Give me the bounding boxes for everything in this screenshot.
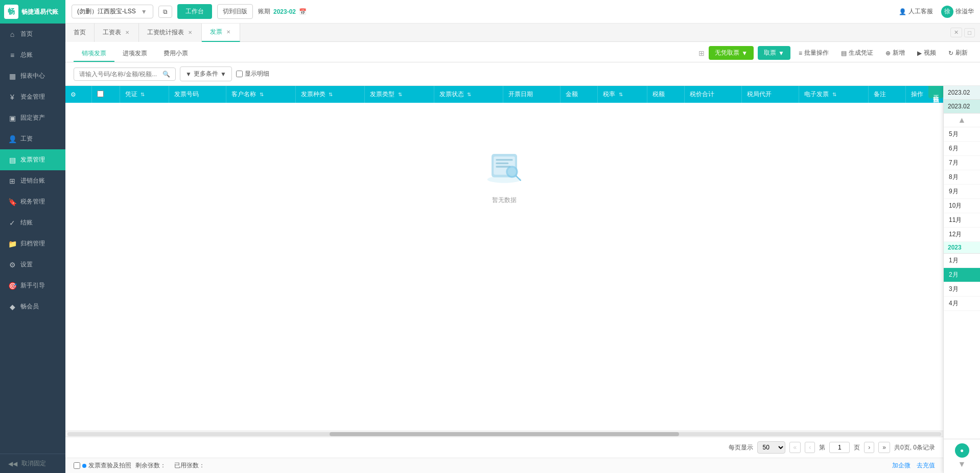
date-month-9[interactable]: 9月	[944, 185, 980, 199]
date-panel-year-2023: 2023	[944, 242, 980, 254]
next-page-btn[interactable]: ›	[864, 442, 874, 453]
home-icon: ⌂	[8, 30, 16, 38]
add-account-link[interactable]: 加企微	[892, 461, 911, 470]
video-btn[interactable]: ▶ 视频	[913, 46, 940, 60]
workbench-button[interactable]: 工作台	[177, 4, 212, 19]
col-settings[interactable]: ⚙	[65, 86, 91, 103]
col-invoice-status[interactable]: 发票状态 ⇅	[434, 86, 503, 103]
verify-checkbox-input[interactable]	[74, 462, 80, 469]
sidebar-item-fixed-assets[interactable]: ▣ 固定资产	[0, 107, 65, 128]
first-page-btn[interactable]: «	[789, 442, 801, 453]
sidebar-item-invoice-mgmt[interactable]: ▤ 发票管理	[0, 149, 65, 170]
tab-invoice-close[interactable]: ✕	[225, 29, 231, 35]
copy-button[interactable]: ⧉	[158, 6, 172, 18]
col-amount: 金额	[561, 86, 598, 103]
scroll-track[interactable]	[67, 432, 941, 436]
date-2023-month-2[interactable]: 2月	[944, 268, 980, 282]
date-month-7[interactable]: 7月	[944, 156, 980, 170]
switch-version-button[interactable]: 切到旧版	[217, 4, 253, 19]
sales-icon: ⊞	[8, 177, 16, 185]
date-month-8[interactable]: 8月	[944, 170, 980, 185]
sidebar-item-tax-mgmt[interactable]: 🔖 税务管理	[0, 191, 65, 212]
tabs-close-btn[interactable]: ✕	[950, 28, 962, 37]
col-voucher[interactable]: 凭证 ⇅	[120, 86, 169, 103]
new-btn[interactable]: ⊕ 新增	[881, 46, 909, 60]
filter-icon: ▼	[185, 71, 192, 78]
period-value: 2023-02	[273, 8, 296, 15]
recharge-link[interactable]: 去充值	[917, 461, 935, 470]
sidebar-item-funds[interactable]: ¥ 资金管理	[0, 86, 65, 107]
unpin-btn[interactable]: ◀◀ 取消固定	[0, 454, 65, 473]
sidebar-item-settings[interactable]: ⚙ 设置	[0, 254, 65, 275]
gen-voucher-btn[interactable]: ▤ 生成凭证	[837, 46, 877, 60]
sidebar-item-reports[interactable]: ▦ 报表中心	[0, 65, 65, 86]
col-invoice-type[interactable]: 发票种类 ⇅	[295, 86, 364, 103]
no-voucher-btn[interactable]: 无凭取票 ▼	[709, 46, 754, 60]
close-period-icon: ✓	[8, 219, 16, 227]
open-period-btn[interactable]: 开账日期	[928, 86, 943, 98]
tab-payroll-table[interactable]: 工资表 ✕	[95, 24, 139, 42]
scroll-thumb[interactable]	[330, 432, 679, 436]
prev-page-btn[interactable]: ‹	[805, 442, 815, 453]
date-2023-month-4[interactable]: 4月	[944, 297, 980, 311]
tab-payroll-stats-close[interactable]: ✕	[187, 30, 193, 36]
refresh-btn[interactable]: ↻ 刷新	[944, 46, 972, 60]
search-input[interactable]	[79, 71, 159, 78]
col-invoice-category[interactable]: 发票类型 ⇅	[365, 86, 434, 103]
scroll-bar-area[interactable]	[65, 431, 943, 437]
date-month-11[interactable]: 11月	[944, 213, 980, 228]
date-month-5[interactable]: 5月	[944, 127, 980, 142]
sidebar-item-payroll[interactable]: 👤 工资	[0, 128, 65, 149]
sidebar-item-newbie[interactable]: 🎯 新手引导	[0, 275, 65, 296]
sub-tab-sales-invoice[interactable]: 销项发票	[74, 46, 114, 62]
customer-service-btn[interactable]: 👤 人工客服	[899, 7, 933, 16]
tab-home[interactable]: 首页	[65, 24, 95, 42]
sidebar-item-close[interactable]: ✓ 结账	[0, 212, 65, 233]
date-2023-month-3[interactable]: 3月	[944, 282, 980, 297]
reports-icon: ▦	[8, 72, 16, 80]
service-label: 人工客服	[908, 7, 933, 16]
col-tax-rate[interactable]: 税率 ⇅	[598, 86, 647, 103]
tabs-bar-right: ✕ □	[945, 28, 980, 37]
sub-tab-sales-label: 销项发票	[82, 50, 106, 57]
date-month-12[interactable]: 12月	[944, 228, 980, 242]
detail-checkbox-input[interactable]	[236, 71, 243, 77]
sidebar-item-sales-purchase[interactable]: ⊞ 进销台账	[0, 170, 65, 191]
sidebar-item-archive[interactable]: 📁 归档管理	[0, 233, 65, 254]
page-input[interactable]	[829, 442, 850, 453]
user-profile-btn[interactable]: 徐 徐溢华	[941, 6, 974, 18]
archive-icon: 📁	[8, 240, 16, 248]
batch-op-btn[interactable]: ≡ 批量操作	[795, 46, 833, 60]
date-panel-circle-btn[interactable]: ●	[955, 443, 969, 458]
total-records: 共0页, 0条记录	[894, 443, 935, 452]
tab-payroll-stats[interactable]: 工资统计报表 ✕	[139, 24, 202, 42]
filter-more-btn[interactable]: ▼ 更多条件 ▼	[180, 66, 232, 81]
date-panel-down-arrow[interactable]: ▼	[958, 460, 966, 469]
pagination-bar: 每页显示 50 10 20 100 « ‹ 第 页 › » 共0页, 0条记录	[65, 437, 943, 458]
empty-state: 暂无数据	[65, 103, 943, 245]
col-customer-name[interactable]: 客户名称 ⇅	[226, 86, 295, 103]
date-month-10[interactable]: 10月	[944, 199, 980, 213]
sub-tab-purchase-invoice[interactable]: 进项发票	[114, 46, 155, 62]
last-page-btn[interactable]: »	[878, 442, 890, 453]
tab-invoice[interactable]: 发票 ✕	[202, 24, 240, 42]
col-tax: 税额	[647, 86, 684, 103]
date-2023-month-1[interactable]: 1月	[944, 254, 980, 268]
sub-tab-expense-receipt[interactable]: 费用小票	[155, 46, 196, 62]
col-e-invoice[interactable]: 电子发票 ⇅	[799, 86, 868, 103]
sidebar-item-member[interactable]: ◆ 畅会员	[0, 296, 65, 317]
invoice-verify-checkbox[interactable]: 发票查验及拍照	[74, 461, 131, 470]
per-page-select[interactable]: 50 10 20 100	[757, 441, 785, 454]
sidebar-item-general-ledger[interactable]: ≡ 总账	[0, 44, 65, 65]
show-detail-checkbox[interactable]: 显示明细	[236, 70, 269, 78]
sidebar-item-home[interactable]: ⌂ 首页	[0, 24, 65, 44]
col-checkbox[interactable]	[91, 86, 120, 103]
select-all-checkbox[interactable]	[97, 91, 104, 97]
date-month-6[interactable]: 6月	[944, 142, 980, 156]
search-box[interactable]: 🔍	[74, 67, 176, 81]
company-selector[interactable]: (勿删）江西股宝-LSS ▼	[72, 5, 153, 18]
date-panel-up-arrow[interactable]: ▲	[958, 116, 966, 125]
tab-payroll-close[interactable]: ✕	[124, 30, 130, 36]
tabs-restore-btn[interactable]: □	[964, 28, 975, 37]
take-invoice-btn[interactable]: 取票 ▼	[758, 46, 790, 60]
